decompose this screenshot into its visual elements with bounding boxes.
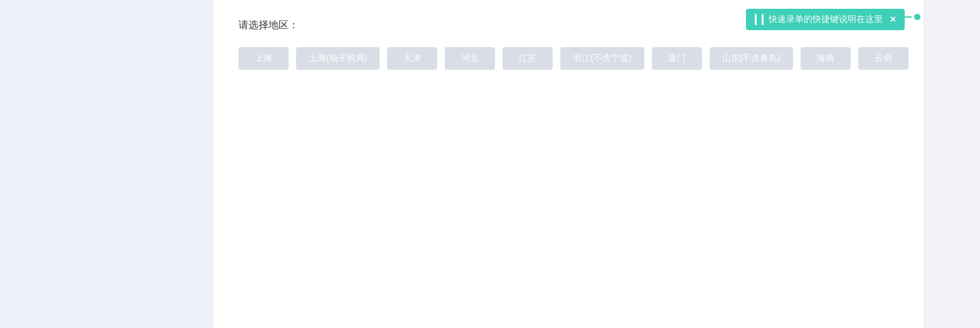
tooltip-bar-icon (762, 14, 764, 25)
tooltip-text: 快速录单的快捷键说明在这里 (769, 14, 883, 25)
region-btn-tianjin[interactable]: 天津 (387, 47, 437, 70)
region-btn-yunnan[interactable]: 云南 (858, 47, 908, 70)
region-btn-hebei[interactable]: 河北 (445, 47, 495, 70)
region-buttons-container: 上海上海(电子税局)天津河北江苏浙江(不含宁波)厦门山东(不含青岛)海南云南 (238, 47, 955, 70)
tooltip-banner: 快速录单的快捷键说明在这里 × (746, 9, 905, 30)
region-btn-hainan[interactable]: 海南 (801, 47, 851, 70)
region-btn-jiangsu[interactable]: 江苏 (503, 47, 553, 70)
left-sidebar (0, 0, 213, 328)
main-content: 请选择地区： 上海上海(电子税局)天津河北江苏浙江(不含宁波)厦门山东(不含青岛… (213, 0, 980, 328)
region-btn-shandong[interactable]: 山东(不含青岛) (710, 47, 793, 70)
region-btn-shanghai-etax[interactable]: 上海(电子税局) (296, 47, 380, 70)
region-btn-xiamen[interactable]: 厦门 (652, 47, 702, 70)
dot-circle (914, 14, 920, 20)
region-btn-shanghai[interactable]: 上海 (238, 47, 289, 70)
right-sidebar (924, 0, 980, 328)
tooltip-close-button[interactable]: × (890, 14, 896, 25)
region-btn-zhejiang[interactable]: 浙江(不含宁波) (560, 47, 644, 70)
